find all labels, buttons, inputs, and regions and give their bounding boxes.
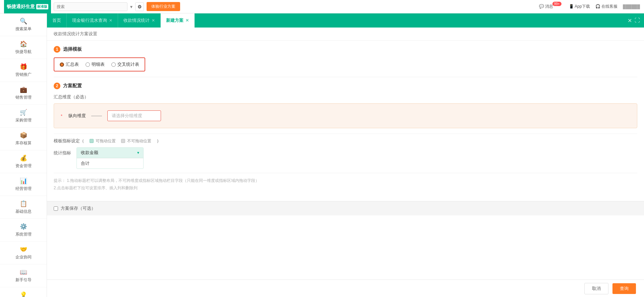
try-industry-button[interactable]: 体验行业方案 <box>147 2 180 11</box>
radio-summary-input[interactable] <box>60 62 64 67</box>
required-marker: * <box>61 113 62 118</box>
cancel-button[interactable]: 取消 <box>584 283 608 294</box>
sales-icon: 💼 <box>20 86 27 93</box>
finance-icon: 💰 <box>20 154 27 162</box>
sidebar-label-enterprise: 企业协同 <box>15 254 32 260</box>
dimension-selector[interactable]: 请选择分组维度 <box>107 110 161 121</box>
tab-cash-query-close[interactable]: ✕ <box>109 18 112 23</box>
movable-dot <box>90 139 94 143</box>
query-button[interactable]: 查询 <box>612 283 636 294</box>
sidebar-label-system: 系统管理 <box>15 232 32 237</box>
search-icon: 🔍 <box>20 17 27 25</box>
tab-home[interactable]: 首页 <box>47 13 67 28</box>
sidebar-item-hardware[interactable]: 💡 智能硬件 <box>0 287 47 297</box>
template-selection-box: 汇总表 明细表 交叉统计表 <box>54 57 145 71</box>
sidebar-item-sales[interactable]: 💼 销售管理 <box>0 82 47 105</box>
breadcrumb: 收款情况统计方案设置 <box>47 28 644 41</box>
content-area: 首页 现金银行流水查询 ✕ 收款情况统计 ✕ 新建方案 ✕ ✕ ⛶ <box>47 13 644 297</box>
metrics-label: 模板指标设定（ 可拖动位置 不可拖动位置 ） <box>54 138 637 144</box>
bottom-bar: 取消 查询 <box>47 280 644 297</box>
radio-cross[interactable]: 交叉统计表 <box>111 61 139 67</box>
tab-home-label: 首页 <box>52 17 61 23</box>
page-inner: 收款情况统计方案设置 1 选择模板 汇总表 <box>47 28 644 280</box>
purchase-icon: 🛒 <box>20 109 27 116</box>
sidebar-label-finance: 资金管理 <box>15 163 32 169</box>
user-info[interactable]: ██████ <box>623 4 640 9</box>
app-logo: 畅捷通好生意 标准版 <box>4 0 51 13</box>
sidebar-label-guide: 新手引导 <box>15 277 32 283</box>
sidebar-item-search[interactable]: 🔍 搜索菜单 <box>0 13 47 36</box>
template-radio-group: 汇总表 明细表 交叉统计表 <box>60 61 139 67</box>
page-content: 收款情况统计方案设置 1 选择模板 汇总表 <box>47 28 644 280</box>
gift-icon: 🎁 <box>20 63 27 70</box>
save-option: 方案保存（可选） <box>47 201 644 215</box>
tip-1: 提示： 1.拖动标题栏可以调整布局，不可跨维度或指标区域拖动栏目字段（只能在同一… <box>54 177 637 185</box>
dimension-row: * 纵向维度 —— 请选择分组维度 <box>61 110 630 121</box>
movable-legend: 可拖动位置 <box>90 138 116 144</box>
section1-title: 选择模板 <box>63 46 82 52</box>
enterprise-icon: 🤝 <box>20 246 27 253</box>
sidebar-item-management[interactable]: 📊 经营管理 <box>0 173 47 196</box>
sidebar-item-guide[interactable]: 📖 新手引导 <box>0 264 47 287</box>
sidebar-label-management: 经营管理 <box>15 186 32 192</box>
metric-row-total: 合计 <box>77 158 143 168</box>
tab-bar-actions: ✕ ⛶ <box>628 13 644 28</box>
metrics-section: 模板指标设定（ 可拖动位置 不可拖动位置 ） <box>54 134 637 173</box>
section2-num: 2 <box>54 83 60 89</box>
dropdown-icon[interactable]: ▾ <box>130 4 132 9</box>
dimension-area: * 纵向维度 —— 请选择分组维度 <box>54 103 637 128</box>
home-icon: 🏠 <box>20 40 27 48</box>
sidebar-item-system[interactable]: ⚙️ 系统管理 <box>0 219 47 242</box>
search-input[interactable] <box>54 2 127 11</box>
sidebar-label-home: 快捷导航 <box>15 49 32 55</box>
radio-summary[interactable]: 汇总表 <box>60 61 79 67</box>
online-service-link[interactable]: 🎧 在线客服 <box>595 4 618 9</box>
top-bar-right: 💬 消息 99+ 📱 App下载 🎧 在线客服 ██████ <box>539 4 640 9</box>
sidebar: 🔍 搜索菜单 🏠 快捷导航 🎁 营销推广 💼 销售管理 🛒 采购管理 📦 库存核… <box>0 13 47 297</box>
save-checkbox[interactable] <box>54 206 58 211</box>
app-download-link[interactable]: 📱 App下载 <box>569 4 590 9</box>
tab-receipt-stats-close[interactable]: ✕ <box>152 18 155 23</box>
sidebar-item-home[interactable]: 🏠 快捷导航 <box>0 36 47 59</box>
sidebar-label-basic-info: 基础信息 <box>15 209 32 214</box>
metric-header[interactable]: 收款金额 ▾ <box>77 148 143 158</box>
sidebar-item-enterprise[interactable]: 🤝 企业协同 <box>0 242 47 264</box>
tab-maximize-icon[interactable]: ⛶ <box>635 17 640 23</box>
radio-detail-input[interactable] <box>86 62 90 67</box>
sidebar-label-purchase: 采购管理 <box>15 117 32 123</box>
tab-new-plan-close[interactable]: ✕ <box>185 18 189 23</box>
radio-cross-input[interactable] <box>111 62 116 67</box>
tip-2: 2.点击标题栏下拉可设置排序、插入列和删除列 <box>54 185 637 192</box>
inventory-icon: 📦 <box>20 132 27 139</box>
tab-receipt-stats[interactable]: 收款情况统计 ✕ <box>118 13 161 28</box>
sidebar-item-marketing[interactable]: 🎁 营销推广 <box>0 59 47 82</box>
guide-icon: 📖 <box>20 268 27 276</box>
sidebar-item-finance[interactable]: 💰 资金管理 <box>0 150 47 173</box>
tips-section: 提示： 1.拖动标题栏可以调整布局，不可跨维度或指标区域拖动栏目字段（只能在同一… <box>54 173 637 196</box>
section-plan-config: 2 方案配置 汇总维度（必选） * 纵向维度 —— <box>47 77 644 201</box>
tab-new-plan[interactable]: 新建方案 ✕ <box>161 13 195 28</box>
section2-header: 2 方案配置 <box>54 83 637 89</box>
save-option-label: 方案保存（可选） <box>61 205 96 211</box>
metrics-group-label: 统计指标 <box>54 150 71 156</box>
sidebar-item-purchase[interactable]: 🛒 采购管理 <box>0 105 47 128</box>
system-icon: ⚙️ <box>20 223 27 230</box>
management-icon: 📊 <box>20 177 27 185</box>
settings-button[interactable]: ⚙ <box>135 2 144 11</box>
tab-close-all-icon[interactable]: ✕ <box>628 17 632 24</box>
tab-bar: 首页 现金银行流水查询 ✕ 收款情况统计 ✕ 新建方案 ✕ ✕ ⛶ <box>47 13 644 28</box>
message-area[interactable]: 💬 消息 99+ <box>539 4 564 9</box>
sidebar-item-inventory[interactable]: 📦 库存核算 <box>0 128 47 150</box>
sidebar-item-basic-info[interactable]: 📋 基础信息 <box>0 196 47 219</box>
tab-cash-query[interactable]: 现金银行流水查询 ✕ <box>67 13 118 28</box>
fixed-legend: 不可拖动位置 <box>121 138 151 144</box>
section1-header: 1 选择模板 <box>54 46 637 53</box>
radio-detail[interactable]: 明细表 <box>86 61 105 67</box>
section1-num: 1 <box>54 46 60 53</box>
tab-cash-query-label: 现金银行流水查询 <box>72 17 107 23</box>
tab-new-plan-label: 新建方案 <box>166 17 183 23</box>
metric-table: 收款金额 ▾ 合计 <box>76 147 144 169</box>
hardware-icon: 💡 <box>20 291 27 297</box>
fixed-dot <box>121 139 125 143</box>
sidebar-label-sales: 销售管理 <box>15 95 32 100</box>
